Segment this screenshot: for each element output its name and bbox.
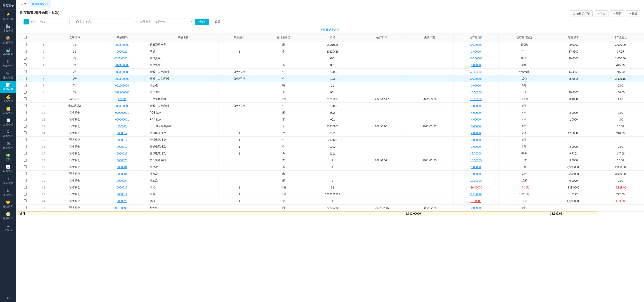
row-code[interactable]: 0000017 bbox=[96, 130, 148, 137]
row-code[interactable]: 0000084 bbox=[96, 164, 148, 171]
row-checkbox[interactable] bbox=[16, 109, 34, 116]
sidebar-item-payroll[interactable]: 💵 工资 bbox=[0, 151, 16, 163]
row-checkbox[interactable] bbox=[16, 123, 34, 130]
select-all-checkbox[interactable] bbox=[24, 36, 27, 39]
row-qty-main[interactable]: 0.00000 bbox=[454, 103, 498, 109]
warehouse-filter-input[interactable] bbox=[38, 19, 70, 25]
row-qty-main[interactable]: 10.00000 bbox=[454, 157, 498, 164]
sidebar-item-tax[interactable]: 🏛 税务管理 bbox=[0, 128, 16, 140]
row-code[interactable]: 001000031 bbox=[96, 205, 148, 212]
row-code[interactable]: 0000017 bbox=[96, 137, 148, 143]
row-qty-main[interactable]: 10.00000 bbox=[454, 96, 498, 103]
row-code[interactable]: A01-01 bbox=[96, 96, 148, 103]
row-qty-main[interactable]: 1.00000 bbox=[454, 164, 498, 171]
row-qty-main[interactable]: 0.00000 bbox=[454, 123, 498, 130]
search-button[interactable]: 查询 bbox=[195, 19, 209, 25]
sidebar-item-system[interactable]: ⚙ 系统管理 bbox=[0, 187, 16, 199]
row-code[interactable]: 0023-00008 bbox=[96, 75, 148, 82]
row-qty-main[interactable]: 0.00000 bbox=[454, 137, 498, 143]
sidebar-item-retail[interactable]: 🏪 零售管理 bbox=[0, 23, 16, 34]
print-button[interactable]: 🖨 按模版打印 bbox=[570, 11, 593, 17]
sidebar-item-collab[interactable]: 🤝 企业协同 bbox=[0, 199, 16, 210]
sidebar-item-base[interactable]: ℹ 基础信息 bbox=[0, 175, 16, 187]
row-checkbox[interactable] bbox=[16, 82, 34, 89]
row-checkbox[interactable] bbox=[16, 171, 34, 177]
row-code[interactable]: 0023-0000... bbox=[96, 55, 148, 62]
row-qty-main[interactable]: 10.00000 bbox=[454, 89, 498, 96]
tab-close-button[interactable]: ✕ bbox=[46, 3, 48, 6]
row-checkbox[interactable] bbox=[16, 143, 34, 150]
row-code[interactable]: 000097 bbox=[96, 123, 148, 130]
row-code[interactable]: 0000029 bbox=[96, 48, 148, 55]
expand-more-conditions[interactable]: ▾ 展开更多条件 bbox=[321, 28, 339, 32]
row-checkbox[interactable] bbox=[16, 191, 34, 198]
row-checkbox[interactable] bbox=[16, 55, 34, 62]
row-checkbox[interactable] bbox=[16, 164, 34, 171]
row-checkbox[interactable] bbox=[16, 137, 34, 143]
row-checkbox[interactable] bbox=[16, 130, 34, 137]
tab-inventory-batch[interactable]: 库存批次▾ ✕ bbox=[29, 0, 51, 8]
row-code[interactable]: 0000084 bbox=[96, 171, 148, 177]
row-code[interactable]: 0000078 bbox=[96, 157, 148, 164]
row-code[interactable]: 001000026 bbox=[96, 82, 148, 89]
row-code[interactable]: 0023-00008 bbox=[96, 103, 148, 109]
row-checkbox[interactable] bbox=[16, 184, 34, 191]
refresh-button[interactable]: ↺ 刷新 bbox=[610, 11, 624, 17]
row-qty-main[interactable]: 100.00000 bbox=[454, 42, 498, 48]
sidebar-item-finance[interactable]: 💰 资金管理 bbox=[0, 93, 16, 105]
sidebar-item-assets[interactable]: 🏗 固定资产 bbox=[0, 140, 16, 151]
sidebar-item-wholesale[interactable]: 📦 批发管理 bbox=[0, 34, 16, 46]
row-qty-main[interactable]: 3.00000 bbox=[454, 143, 498, 150]
row-code[interactable]: 0023-00009 bbox=[96, 42, 148, 48]
sidebar-item-ops[interactable]: 📈 经营管理 bbox=[0, 163, 16, 175]
row-qty-main[interactable]: 10.00000 bbox=[454, 177, 498, 184]
sidebar-logo[interactable]: 搜索菜单 bbox=[0, 2, 16, 10]
sidebar-item-invoice[interactable]: 🧾 发票管理 bbox=[0, 116, 16, 128]
row-qty-main[interactable]: 0.00000 bbox=[454, 62, 498, 69]
row-checkbox[interactable] bbox=[16, 42, 34, 48]
sidebar-item-xiaoec[interactable]: 🐋 小鲸电商 bbox=[0, 46, 16, 58]
export-button[interactable]: ↗ 导出 bbox=[594, 11, 608, 17]
sidebar-item-guide[interactable]: 🧭 新手引导 bbox=[0, 210, 16, 222]
row-qty-main[interactable]: 1.00000 bbox=[454, 48, 498, 55]
row-checkbox[interactable] bbox=[16, 48, 34, 55]
row-qty-main[interactable]: 100.00000 bbox=[454, 55, 498, 62]
row-checkbox[interactable] bbox=[16, 75, 34, 82]
row-qty-main[interactable]: 100.00000 bbox=[454, 75, 498, 82]
row-checkbox[interactable] bbox=[16, 96, 34, 103]
row-checkbox[interactable] bbox=[16, 62, 34, 69]
row-code[interactable]: 0023-00005 bbox=[96, 69, 148, 75]
category-filter-input[interactable] bbox=[153, 19, 194, 25]
row-qty-main[interactable]: 4.00000 bbox=[454, 109, 498, 116]
product-filter-input[interactable] bbox=[84, 19, 133, 25]
row-code[interactable]: 0000017 bbox=[96, 150, 148, 157]
sidebar-item-ecom[interactable]: 🖥 电商管理 bbox=[0, 58, 16, 69]
row-code[interactable]: 0000012 bbox=[96, 191, 148, 198]
row-checkbox[interactable] bbox=[16, 89, 34, 96]
row-code[interactable]: 0000017 bbox=[96, 143, 148, 150]
sidebar-item-ledger[interactable]: 📒 总账管理 bbox=[0, 105, 16, 116]
row-checkbox[interactable] bbox=[16, 150, 34, 157]
row-checkbox[interactable] bbox=[16, 69, 34, 75]
row-qty-main[interactable]: 0.00000 bbox=[454, 205, 498, 212]
row-code[interactable]: 0000029 bbox=[96, 198, 148, 205]
row-code[interactable]: 0023-00005 bbox=[96, 89, 148, 96]
tab-home[interactable]: 首页 bbox=[18, 0, 29, 8]
row-qty-main[interactable]: 2.00000 bbox=[454, 130, 498, 137]
row-qty-main[interactable]: 4.00000 bbox=[454, 116, 498, 123]
row-qty-main[interactable]: 1.00000 bbox=[454, 171, 498, 177]
row-code[interactable]: 0000084 bbox=[96, 177, 148, 184]
row-checkbox[interactable] bbox=[16, 157, 34, 164]
row-qty-main[interactable]: 49.60000 bbox=[454, 69, 498, 75]
sidebar-item-quicknav[interactable]: ⚡ 快捷导航 bbox=[0, 11, 16, 23]
row-qty-main[interactable]: 87.00000 bbox=[454, 150, 498, 157]
row-code[interactable]: 000900001 bbox=[96, 109, 148, 116]
sidebar-settings-button[interactable]: ⚙ bbox=[0, 294, 16, 302]
settings-button[interactable]: ⚙ 设置 bbox=[626, 11, 640, 17]
row-qty-main[interactable]: 122.00000 bbox=[454, 191, 498, 198]
row-qty-main[interactable]: -16.00000 bbox=[454, 184, 498, 191]
row-checkbox[interactable] bbox=[16, 205, 34, 212]
row-code[interactable]: 0000012 bbox=[96, 184, 148, 191]
row-checkbox[interactable] bbox=[16, 116, 34, 123]
row-code[interactable]: 000900001 bbox=[96, 116, 148, 123]
